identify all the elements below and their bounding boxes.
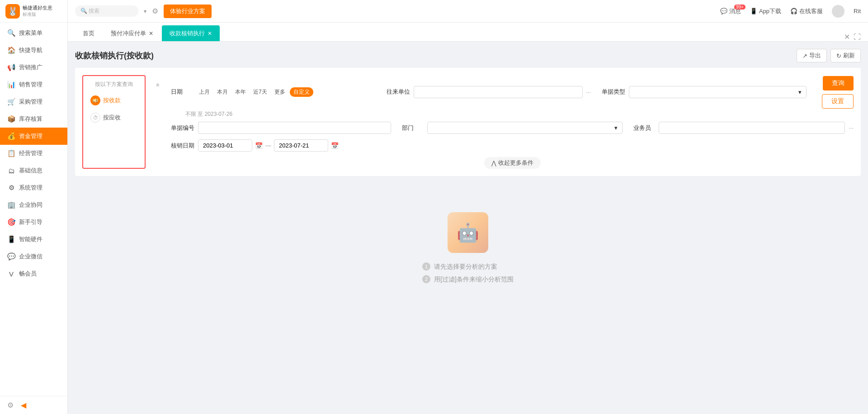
nav-business-icon: 📋 <box>7 149 15 157</box>
date-this-year-button[interactable]: 本年 <box>232 87 249 97</box>
sidebar-item-guide[interactable]: 🎯新手引导 <box>0 214 67 231</box>
refresh-icon: ↻ <box>836 52 841 59</box>
date-this-month-button[interactable]: 本月 <box>214 87 231 97</box>
search-text: 搜索 <box>89 8 99 14</box>
writeoff-date-group: 📅 — 📅 <box>198 139 339 152</box>
page-actions: ↗ 导出 ↻ 刷新 <box>797 49 861 62</box>
dept-label: 部门 <box>402 124 424 132</box>
doctype-select[interactable]: ▾ <box>629 86 807 98</box>
nav-hardware-icon: 📱 <box>7 235 15 243</box>
date-last-month-button[interactable]: 上月 <box>196 87 212 97</box>
tab-receipt-writeoff[interactable]: 收款核销执行 ✕ <box>162 25 220 41</box>
chevron-down-icon[interactable]: ▾ <box>144 8 146 14</box>
logo-badge: 标准版 <box>23 11 52 18</box>
staff-field: 业务员 ··· <box>633 122 854 134</box>
tab-home[interactable]: 首页 <box>75 25 102 41</box>
filter-row-2: 单据编号 部门 ▾ 业务员 ··· <box>171 122 854 134</box>
sidebar-item-hardware[interactable]: 📱智能硬件 <box>0 231 67 248</box>
tab-prepay-label: 预付冲应付单 <box>111 29 146 38</box>
tab-receipt-writeoff-label: 收款核销执行 <box>170 29 205 38</box>
date-shortcuts: 上月 本月 本年 近7天 更多 自定义 <box>196 87 313 97</box>
sidebar-item-search[interactable]: 🔍搜索菜单 <box>0 24 67 42</box>
page-title: 收款核销执行(按收款) <box>75 50 154 61</box>
nav-quick-nav-label: 快捷导航 <box>19 46 42 54</box>
message-button[interactable]: 💬 消息 99+ <box>720 7 741 15</box>
sidebar-item-inventory[interactable]: 📦库存核算 <box>0 110 67 128</box>
sidebar-item-quick-nav[interactable]: 🏠快捷导航 <box>0 42 67 59</box>
date-custom-button[interactable]: 自定义 <box>290 87 313 97</box>
collapse-footer-icon[interactable]: ◀ <box>21 401 26 409</box>
sidebar-item-basic[interactable]: 🗂基础信息 <box>0 162 67 179</box>
solution-button[interactable]: 体验行业方案 <box>164 5 212 18</box>
filter-by-receipt[interactable]: 💴 按收款 <box>83 92 145 109</box>
nav-sales-icon: 📊 <box>7 81 15 89</box>
sidebar-item-sales[interactable]: 📊销售管理 <box>0 76 67 93</box>
sidebar-item-member[interactable]: V畅会员 <box>0 265 67 282</box>
nav-sales-label: 销售管理 <box>19 81 42 89</box>
filter-row-3: 核销日期 📅 — 📅 <box>171 139 854 152</box>
nav-marketing-label: 营销推广 <box>19 63 42 71</box>
refresh-button[interactable]: ↻ 刷新 <box>830 49 861 62</box>
filter-by-receivable[interactable]: ⏱ 按应收 <box>83 109 145 126</box>
counterpart-dots-icon[interactable]: ··· <box>586 89 591 95</box>
writeoff-date-start-input[interactable] <box>198 139 252 152</box>
date-7days-button[interactable]: 近7天 <box>250 87 270 97</box>
query-button[interactable]: 查询 <box>823 76 854 90</box>
collapse-more-button[interactable]: ⋀ 收起更多条件 <box>484 157 541 169</box>
filter-collapse-button[interactable]: « <box>153 80 164 90</box>
nav-hardware-label: 智能硬件 <box>19 235 42 243</box>
nav-member-label: 畅会员 <box>19 270 37 278</box>
gear-icon[interactable]: ⚙ <box>152 7 158 15</box>
sidebar-item-system[interactable]: ⚙系统管理 <box>0 179 67 196</box>
nav-enterprise-label: 企业协同 <box>19 201 42 209</box>
nav-system-label: 系统管理 <box>19 184 42 192</box>
topbar-right: 💬 消息 99+ 📱 App下载 🎧 在线客服 Rit <box>720 5 861 18</box>
export-button[interactable]: ↗ 导出 <box>797 49 827 62</box>
query-panel: 按以下方案查询 💴 按收款 ⏱ 按应收 « 日期 <box>75 68 861 176</box>
settings-button[interactable]: 设置 <box>822 94 854 109</box>
writeoff-date-end-input[interactable] <box>274 139 328 152</box>
dept-chevron-icon: ▾ <box>614 124 618 131</box>
nav-wechat-icon: 💬 <box>7 252 15 261</box>
staff-dots-icon[interactable]: ··· <box>849 124 854 131</box>
settings-footer-icon[interactable]: ⚙ <box>7 401 14 409</box>
date-label: 日期 <box>171 88 193 96</box>
empty-illustration: 🤖 <box>448 212 488 253</box>
counterpart-label: 往来单位 <box>387 88 410 96</box>
app-download-button[interactable]: 📱 App下载 <box>750 7 781 15</box>
writeoff-end-cal-icon[interactable]: 📅 <box>331 142 339 149</box>
tab-prepay[interactable]: 预付冲应付单 ✕ <box>103 25 161 41</box>
collapse-more-icon: ⋀ <box>491 160 496 167</box>
sidebar-item-enterprise[interactable]: 🏢企业协同 <box>0 196 67 214</box>
tab-receipt-writeoff-close-icon[interactable]: ✕ <box>208 30 212 37</box>
staff-input[interactable] <box>659 122 845 134</box>
counterpart-input[interactable] <box>414 86 583 98</box>
online-service-button[interactable]: 🎧 在线客服 <box>790 7 823 15</box>
docnumber-field: 单据编号 <box>171 122 391 134</box>
sidebar-item-wechat[interactable]: 💬企业微信 <box>0 248 67 265</box>
nav-inventory-icon: 📦 <box>7 115 15 123</box>
tab-close-window-icon[interactable]: ✕ <box>844 33 850 41</box>
topbar: 🔍 搜索 ▾ ⚙ 体验行业方案 💬 消息 99+ 📱 App下载 🎧 在线客服 … <box>68 0 868 23</box>
message-badge: 99+ <box>734 5 745 10</box>
writeoff-start-cal-icon[interactable]: 📅 <box>255 142 263 149</box>
nav-quick-nav-icon: 🏠 <box>7 46 15 54</box>
doctype-label: 单据类型 <box>602 88 625 96</box>
receivable-filter-label: 按应收 <box>103 114 121 122</box>
dept-select[interactable]: ▾ <box>427 122 622 134</box>
content-area: 收款核销执行(按收款) ↗ 导出 ↻ 刷新 按以下方案查询 💴 按收款 <box>68 42 868 414</box>
sidebar-item-purchase[interactable]: 🛒采购管理 <box>0 93 67 110</box>
sidebar-item-business[interactable]: 📋经营管理 <box>0 145 67 162</box>
hint-1-text: 请先选择要分析的方案 <box>434 260 497 273</box>
tab-prepay-close-icon[interactable]: ✕ <box>149 30 153 37</box>
date-more-button[interactable]: 更多 <box>272 87 288 97</box>
nav-search-icon: 🔍 <box>7 29 15 37</box>
filter-fields: 日期 上月 本月 本年 近7天 更多 自定义 往来单位 ··· <box>171 75 854 169</box>
tab-expand-icon[interactable]: ⛶ <box>854 33 861 41</box>
service-icon: 🎧 <box>790 8 797 14</box>
filter-box: 按以下方案查询 💴 按收款 ⏱ 按应收 <box>82 75 146 169</box>
docnumber-input[interactable] <box>198 122 391 134</box>
sidebar-item-marketing[interactable]: 📢营销推广 <box>0 59 67 76</box>
sidebar-item-finance[interactable]: 💰资金管理 <box>0 128 67 145</box>
avatar[interactable] <box>832 5 844 18</box>
